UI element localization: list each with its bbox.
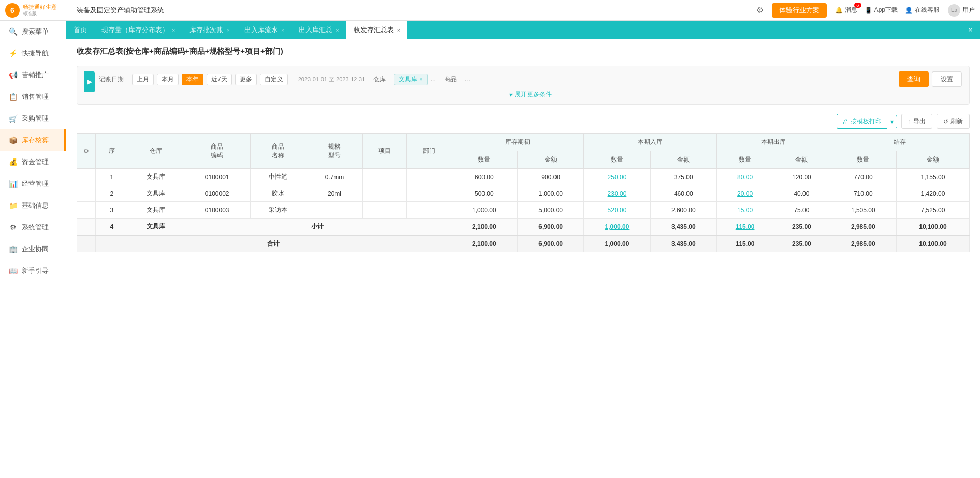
goods-more[interactable]: ... xyxy=(465,76,470,83)
subtotal-settings xyxy=(77,219,96,236)
settings-icon[interactable]: ⚙ xyxy=(756,5,764,15)
row2-settings xyxy=(77,185,96,202)
col-dept-header: 部门 xyxy=(407,134,451,169)
tab-close-inventory-dist[interactable]: × xyxy=(172,27,175,33)
subtotal-warehouse: 文具库 xyxy=(128,219,184,236)
row1-out-qty[interactable]: 80.00 xyxy=(716,169,773,185)
row2-name: 胶水 xyxy=(250,185,306,202)
warehouse-more[interactable]: ... xyxy=(431,76,436,83)
subtotal-in-qty[interactable]: 1,000.00 xyxy=(584,219,650,236)
book-icon: 📖 xyxy=(8,267,18,275)
tab-receivable-summary[interactable]: 收发存汇总表 × xyxy=(346,21,407,39)
subtotal-out-qty[interactable]: 115.00 xyxy=(716,219,773,236)
row1-spec: 0.7mm xyxy=(306,169,362,185)
sidebar-item-search[interactable]: 🔍 搜索菜单 xyxy=(0,21,66,42)
date-btn-custom[interactable]: 自定义 xyxy=(260,74,288,85)
tab-summary[interactable]: 出入库汇总 × xyxy=(291,21,346,39)
gear-icon: ⚙ xyxy=(8,223,18,231)
row1-no: 1 xyxy=(96,169,128,185)
sidebar-item-basic[interactable]: 📁 基础信息 xyxy=(0,195,66,216)
notification-item[interactable]: 🔔 消息 6 xyxy=(835,6,857,15)
row2-out-qty[interactable]: 20.00 xyxy=(716,185,773,202)
sidebar-item-system[interactable]: ⚙ 系统管理 xyxy=(0,216,66,238)
subtotal-bal-amt: 10,100.00 xyxy=(896,219,969,236)
sidebar-item-sales[interactable]: 📋 销售管理 xyxy=(0,86,66,108)
query-area: 查询 设置 xyxy=(899,71,962,87)
top-icon-group: 🔔 消息 6 📱 App下载 👤 在线客服 xyxy=(835,6,940,15)
collapse-arrow[interactable]: ▶ xyxy=(84,71,95,92)
tab-bar-close-button[interactable]: × xyxy=(961,25,980,35)
col-code-header: 商品编码 xyxy=(184,134,250,169)
sidebar-item-operations[interactable]: 📊 经营管理 xyxy=(0,173,66,195)
expand-conditions-btn[interactable]: ▾ 展开更多条件 xyxy=(99,90,962,99)
settings-button[interactable]: 设置 xyxy=(932,71,962,87)
trial-button[interactable]: 体验行业方案 xyxy=(772,3,827,18)
service-icon: 👤 xyxy=(905,7,913,14)
tab-close-summary[interactable]: × xyxy=(335,27,339,33)
app-download-item[interactable]: 📱 App下载 xyxy=(865,6,898,15)
system-name: 装备及固定资产辅助管理系统 xyxy=(77,6,756,15)
date-btn-more[interactable]: 更多 xyxy=(235,74,257,85)
user-area[interactable]: Ea 用户 xyxy=(948,4,975,17)
row1-code: 0100001 xyxy=(184,169,250,185)
col-open-header: 库存期初 xyxy=(451,134,584,151)
sidebar-item-finance[interactable]: 💰 资金管理 xyxy=(0,151,66,173)
date-label: 记账日期 xyxy=(99,75,124,84)
sidebar-item-guide[interactable]: 📖 新手引导 xyxy=(0,260,66,282)
sidebar-item-inventory[interactable]: 📦 库存核算 xyxy=(0,129,66,151)
tab-batch-ledger[interactable]: 库存批次账 × xyxy=(182,21,237,39)
export-button[interactable]: ↑ 导出 xyxy=(901,114,932,129)
refresh-button[interactable]: ↺ 刷新 xyxy=(937,114,970,129)
col-settings-header[interactable]: ⚙ xyxy=(77,134,96,169)
date-range: 2023-01-01 至 2023-12-31 xyxy=(298,76,365,83)
query-button[interactable]: 查询 xyxy=(899,71,929,87)
print-dropdown-button[interactable]: ▾ xyxy=(887,115,897,128)
row2-spec: 20ml xyxy=(306,185,362,202)
sidebar-item-quick-nav[interactable]: ⚡ 快捷导航 xyxy=(0,42,66,64)
row1-warehouse: 文具库 xyxy=(128,169,184,185)
total-out-qty: 115.00 xyxy=(716,235,773,252)
sidebar-item-enterprise[interactable]: 🏢 企业协同 xyxy=(0,238,66,260)
total-open-amt: 6,900.00 xyxy=(518,235,584,252)
tab-close-batch-ledger[interactable]: × xyxy=(226,27,229,33)
filter-bar: ▶ 记账日期 上月 本月 本年 近7天 更多 自定义 xyxy=(77,66,970,105)
row3-bal-qty: 1,505.00 xyxy=(830,202,896,219)
row1-open-qty: 600.00 xyxy=(451,169,517,185)
date-btn-7days[interactable]: 近7天 xyxy=(207,74,232,85)
col-settings-icon[interactable]: ⚙ xyxy=(82,148,90,155)
row3-in-qty[interactable]: 520.00 xyxy=(584,202,650,219)
row1-out-amt: 120.00 xyxy=(773,169,830,185)
avatar: Ea xyxy=(948,4,960,17)
row3-in-amt: 2,600.00 xyxy=(650,202,716,219)
toolbar: 🖨 按模板打印 ▾ ↑ 导出 ↺ 刷新 xyxy=(66,110,980,133)
row1-name: 中性笔 xyxy=(250,169,306,185)
tab-flow[interactable]: 出入库流水 × xyxy=(237,21,291,39)
logo-area: 6 畅捷通好生意 标准版 xyxy=(5,3,71,18)
row1-settings xyxy=(77,169,96,185)
sidebar-item-marketing[interactable]: 📢 营销推广 xyxy=(0,64,66,86)
col-no-header: 序 xyxy=(96,134,128,169)
table-row: 1 文具库 0100001 中性笔 0.7mm 600.00 900.00 25… xyxy=(77,169,970,185)
logo-icon: 6 xyxy=(5,3,20,18)
date-btn-prev-month[interactable]: 上月 xyxy=(132,74,154,85)
warehouse-tag-close[interactable]: × xyxy=(419,76,422,82)
col-in-amt-header: 金额 xyxy=(650,151,716,169)
col-bal-qty-header: 数量 xyxy=(830,151,896,169)
row1-bal-qty: 770.00 xyxy=(830,169,896,185)
col-open-qty-header: 数量 xyxy=(451,151,517,169)
row3-out-qty[interactable]: 15.00 xyxy=(716,202,773,219)
row1-in-qty[interactable]: 250.00 xyxy=(584,169,650,185)
subtotal-open-amt: 6,900.00 xyxy=(518,219,584,236)
tab-close-flow[interactable]: × xyxy=(281,27,284,33)
date-btn-this-month[interactable]: 本月 xyxy=(157,74,179,85)
tab-home[interactable]: 首页 xyxy=(66,21,94,39)
tab-close-receivable-summary[interactable]: × xyxy=(397,27,400,33)
refresh-icon: ↺ xyxy=(943,118,948,125)
row1-dept xyxy=(407,169,451,185)
sidebar-item-purchase[interactable]: 🛒 采购管理 xyxy=(0,108,66,129)
print-button[interactable]: 🖨 按模板打印 xyxy=(837,114,887,129)
row2-in-qty[interactable]: 230.00 xyxy=(584,185,650,202)
date-btn-this-year[interactable]: 本年 xyxy=(182,74,203,85)
online-service-item[interactable]: 👤 在线客服 xyxy=(905,6,940,15)
tab-inventory-dist[interactable]: 现存量（库存分布表） × xyxy=(94,21,182,39)
